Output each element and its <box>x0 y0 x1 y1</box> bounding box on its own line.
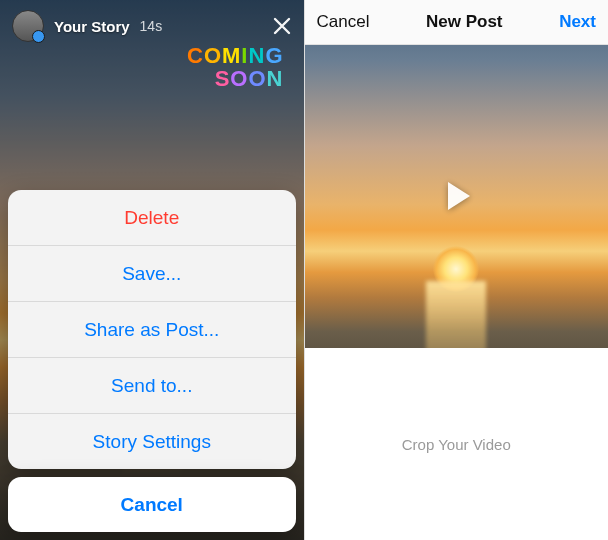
story-settings-button[interactable]: Story Settings <box>8 413 296 469</box>
video-preview[interactable] <box>305 44 609 348</box>
send-to-button[interactable]: Send to... <box>8 357 296 413</box>
close-icon[interactable] <box>272 16 292 36</box>
sun-reflection <box>426 281 486 348</box>
story-options-screen: Your Story 14s COMING SOON Delete Save..… <box>0 0 305 540</box>
action-sheet-menu: Delete Save... Share as Post... Send to.… <box>8 190 296 469</box>
crop-label: Crop Your Video <box>402 436 511 453</box>
share-as-post-button[interactable]: Share as Post... <box>8 301 296 357</box>
new-post-screen: Cancel New Post Next Crop Your Video <box>305 0 609 540</box>
crop-area[interactable]: Crop Your Video <box>305 348 609 540</box>
avatar[interactable] <box>12 10 44 42</box>
save-button[interactable]: Save... <box>8 245 296 301</box>
sticker-line-2: SOON <box>187 67 283 90</box>
delete-button[interactable]: Delete <box>8 190 296 245</box>
story-elapsed-time: 14s <box>140 18 163 34</box>
play-icon[interactable] <box>432 172 480 220</box>
nav-next-button[interactable]: Next <box>559 12 596 32</box>
action-sheet: Delete Save... Share as Post... Send to.… <box>8 190 296 532</box>
nav-cancel-button[interactable]: Cancel <box>317 12 370 32</box>
sticker-line-1: COMING <box>187 44 283 67</box>
story-title: Your Story <box>54 18 130 35</box>
cancel-button[interactable]: Cancel <box>8 477 296 532</box>
coming-soon-sticker: COMING SOON <box>187 44 283 90</box>
nav-title: New Post <box>426 12 503 32</box>
navbar: Cancel New Post Next <box>305 0 609 45</box>
